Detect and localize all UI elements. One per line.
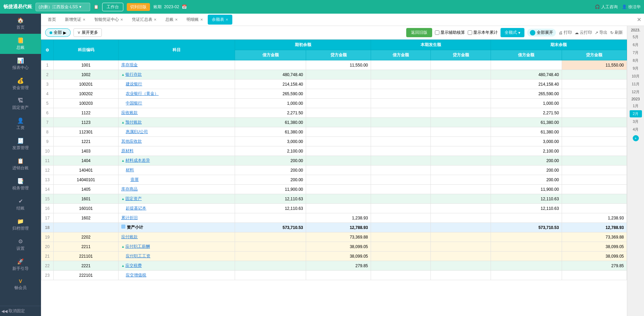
aux-checkbox-input[interactable] <box>435 30 439 35</box>
expand-right-icon[interactable]: + <box>630 135 642 141</box>
tab-detail[interactable]: 明细账 ✕ <box>182 15 207 25</box>
tab-detail-close[interactable]: ✕ <box>200 18 203 21</box>
tab-voucher-summary[interactable]: 凭证汇总表 ✕ <box>128 15 161 25</box>
sidebar-item-report[interactable]: 📊 报表中心 <box>0 54 41 74</box>
close-tab-all-icon[interactable]: ✕ <box>637 16 641 23</box>
account-link[interactable]: 中国银行 <box>126 101 142 105</box>
tab-smart-center-close[interactable]: ✕ <box>120 18 123 21</box>
user-menu[interactable]: 👤 徐洁华 <box>622 4 641 10</box>
sidebar-item-purchase[interactable]: 📋 进销台账 <box>0 154 41 174</box>
account-name-cell[interactable]: 壹厘 <box>119 175 235 185</box>
account-link[interactable]: 材料 <box>126 168 134 172</box>
account-name-cell[interactable]: 原材料 <box>119 146 235 156</box>
account-name-cell[interactable]: ▲应付职工薪酬 <box>119 242 235 252</box>
account-link[interactable]: 预付账款 <box>125 120 142 125</box>
copy-icon[interactable]: 📋 <box>94 4 99 9</box>
sidebar-item-vip[interactable]: V 畅会员 <box>0 275 41 294</box>
month-4[interactable]: 4月 <box>630 126 642 133</box>
switch-button[interactable]: 切到旧版 <box>127 3 150 11</box>
account-link[interactable]: 惠属EU公司 <box>126 129 148 134</box>
account-name-cell[interactable]: 应收账款 <box>119 108 235 118</box>
month-6[interactable]: 6月 <box>630 41 642 48</box>
account-name-cell[interactable]: ▲材料成本差异 <box>119 156 235 166</box>
tab-ledger[interactable]: 总账 ✕ <box>161 15 182 25</box>
account-link[interactable]: 库存商品 <box>121 187 138 191</box>
ytd-checkbox-input[interactable] <box>468 30 472 35</box>
expand-row-icon[interactable]: ▲ <box>121 264 125 268</box>
month-3[interactable]: 3月 <box>630 118 642 125</box>
expand-row-icon[interactable]: ▲ <box>121 73 125 76</box>
expand-row-icon[interactable]: ▲ <box>121 159 125 162</box>
sidebar-item-home[interactable]: 🏠 首页 <box>0 14 41 34</box>
filter-all-button[interactable]: 全部 ▶ <box>45 28 71 37</box>
sidebar-item-archive[interactable]: 📁 归档管理 <box>0 215 41 235</box>
tab-new-voucher[interactable]: 新增凭证 ✕ <box>61 15 90 25</box>
sidebar-item-assets[interactable]: 🏗 固定资产 <box>0 94 41 114</box>
calendar-icon[interactable]: 📅 <box>182 4 187 9</box>
unpin-button[interactable]: ◀◀ 取消固定 <box>0 306 41 316</box>
month-8[interactable]: 8月 <box>630 57 642 64</box>
account-link[interactable]: 库存现金 <box>121 62 138 67</box>
tab-balance[interactable]: 余额表 ✕ <box>208 15 232 25</box>
account-link[interactable]: 材料成本差异 <box>125 158 150 163</box>
account-link[interactable]: 原材料 <box>121 148 134 153</box>
export-button[interactable]: ↗ 导出 <box>595 30 607 35</box>
account-name-cell[interactable]: 应付职工工资 <box>119 252 235 261</box>
account-name-cell[interactable]: 应交增值税 <box>119 271 235 280</box>
month-2[interactable]: 2月 <box>630 110 642 117</box>
account-name-cell[interactable]: 起提基记本 <box>119 204 235 213</box>
month-10[interactable]: 10月 <box>630 73 642 80</box>
tab-home[interactable]: 首页 <box>44 15 60 25</box>
account-link[interactable]: 应交税费 <box>125 263 142 268</box>
account-link[interactable]: 建设银行 <box>126 82 142 86</box>
account-link[interactable]: 壹厘 <box>131 177 139 182</box>
tab-ledger-close[interactable]: ✕ <box>175 18 178 21</box>
sidebar-item-ledger[interactable]: 📒 总账 <box>0 34 41 54</box>
account-name-cell[interactable]: ▲银行存款 <box>119 70 235 80</box>
expand-all-toggle[interactable]: 全部展开 <box>527 29 556 37</box>
cloud-print-button[interactable]: ☁ 云打印 <box>575 30 592 35</box>
account-link[interactable]: 应付职工工资 <box>126 254 150 258</box>
account-link[interactable]: 累计折旧 <box>121 215 138 220</box>
account-link[interactable]: 应付职工薪酬 <box>125 244 150 249</box>
account-name-cell[interactable]: 建设银行 <box>119 80 235 89</box>
account-link[interactable]: 其他应收款 <box>121 139 142 144</box>
account-name-cell[interactable]: 中国银行 <box>119 99 235 108</box>
consult-button[interactable]: 🎧 人工咨询 <box>595 4 618 10</box>
month-11[interactable]: 11月 <box>630 81 642 88</box>
account-name-cell[interactable]: 农业银行（黄金） <box>119 89 235 99</box>
month-9[interactable]: 9月 <box>630 65 642 72</box>
month-12[interactable]: 12月 <box>630 88 642 96</box>
show-ytd-checkbox[interactable]: 显示本年累计 <box>468 30 498 35</box>
account-name-cell[interactable]: 应付账款 <box>119 232 235 242</box>
account-link[interactable]: 农业银行（黄金） <box>126 91 159 96</box>
account-link[interactable]: 应付账款 <box>121 234 138 239</box>
month-7[interactable]: 7月 <box>630 49 642 56</box>
sidebar-item-settings[interactable]: ⚙ 设置 <box>0 235 41 255</box>
tab-new-voucher-close[interactable]: ✕ <box>83 18 85 21</box>
month-1[interactable]: 1月 <box>630 102 642 110</box>
col-settings[interactable]: ⚙ <box>41 40 54 60</box>
sidebar-item-capital[interactable]: 💰 资金管理 <box>0 74 41 94</box>
expand-row-icon[interactable]: ▲ <box>121 245 125 248</box>
company-selector[interactable]: (勿删）江西股金-LSS ▾ <box>36 3 90 11</box>
account-name-cell[interactable]: 其他应收款 <box>119 137 235 146</box>
refresh-button[interactable]: ↻ 刷新 <box>610 30 623 35</box>
account-name-cell[interactable]: 库存现金 <box>119 60 235 70</box>
sidebar-item-settle[interactable]: ✔ 结账 <box>0 195 41 215</box>
expand-button[interactable]: ∨ 展开更多 <box>73 28 102 37</box>
account-link[interactable]: 应收账款 <box>121 110 138 115</box>
return-button[interactable]: 返回旧版 <box>406 28 432 37</box>
account-link[interactable]: 固定资产 <box>125 196 142 201</box>
expand-row-icon[interactable]: ▲ <box>121 197 125 201</box>
account-link[interactable]: 银行存款 <box>125 72 142 77</box>
account-name-cell[interactable]: 惠属EU公司 <box>119 127 235 137</box>
expand-row-icon[interactable]: ▲ <box>121 120 125 124</box>
account-name-cell[interactable]: ▲应交税费 <box>119 261 235 271</box>
account-link[interactable]: 应交增值税 <box>126 273 146 277</box>
workbench-button[interactable]: 工作台 <box>102 3 123 11</box>
account-name-cell[interactable]: 累计折旧 <box>119 213 235 223</box>
month-5[interactable]: 5月 <box>630 33 642 41</box>
account-name-cell[interactable]: ▲固定资产 <box>119 194 235 204</box>
show-aux-checkbox[interactable]: 显示辅助核算 <box>435 30 465 35</box>
